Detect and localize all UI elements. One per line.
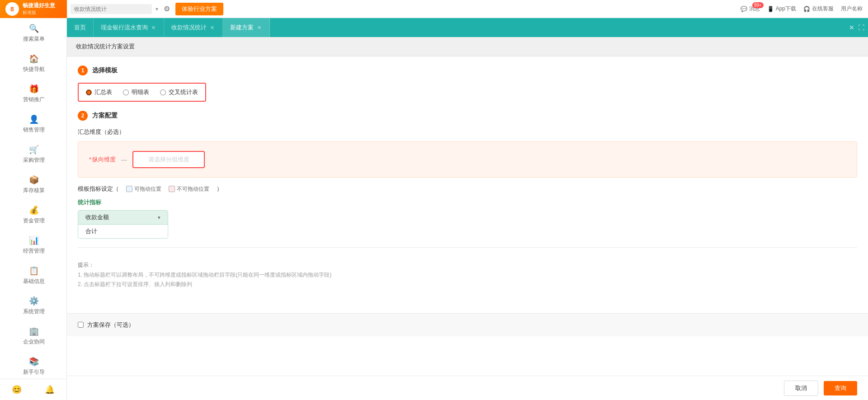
step1-number: 1 <box>78 66 88 75</box>
summary-dimension-label: 汇总维度（必选） <box>78 128 857 136</box>
tab-receipt-stats-close[interactable]: ✕ <box>209 24 215 32</box>
main-layout: 🔍 搜索菜单 🏠 快捷导航 🎁 营销推广 👤 销售管理 🛒 采购管理 📦 <box>0 18 868 400</box>
tab-bank-flow[interactable]: 现金银行流水查询 ✕ <box>94 18 164 37</box>
radio-summary-input[interactable] <box>86 89 92 95</box>
metrics-header-close: ） <box>217 185 222 193</box>
sidebar-label-newbie: 新手引导 <box>23 368 45 376</box>
sidebar-label-base-info: 基础信息 <box>23 278 45 285</box>
online-support-label: 在线客服 <box>812 5 834 13</box>
metrics-col-dropdown-icon[interactable]: ▾ <box>158 215 160 221</box>
radio-cross-input[interactable] <box>160 89 166 95</box>
divider <box>78 247 857 248</box>
tab-receipt-stats[interactable]: 收款情况统计 ✕ <box>164 18 223 37</box>
tab-bank-flow-close[interactable]: ✕ <box>151 24 156 32</box>
tab-maximize-button[interactable]: ⛶ <box>858 24 864 31</box>
radio-detail-label: 明细表 <box>132 88 149 96</box>
metrics-col-header[interactable]: 收款金额 ▾ <box>78 211 168 225</box>
tips-section: 提示： 1. 拖动标题栏可以调整布局，不可跨维度或指标区域拖动栏目字段(只能在同… <box>78 255 857 295</box>
template-select-box: 汇总表 明细表 交叉统计表 <box>78 83 206 102</box>
metrics-col-name: 收款金额 <box>85 213 109 221</box>
sidebar-label-sales: 销售管理 <box>23 126 45 134</box>
sidebar-label-marketing: 营销推广 <box>23 96 45 104</box>
cancel-button[interactable]: 取消 <box>784 381 818 396</box>
step2-header: 2 方案配置 <box>78 111 857 121</box>
radio-detail-input[interactable] <box>123 89 129 95</box>
tips-title: 提示： <box>78 262 94 268</box>
tab-receipt-stats-label: 收款情况统计 <box>171 24 207 32</box>
sidebar-bottom: 😊 🔔 <box>0 379 66 400</box>
sidebar-label-quick-nav: 快捷导航 <box>23 66 45 73</box>
sidebar-item-quick-nav[interactable]: 🏠 快捷导航 <box>0 48 66 79</box>
not-draggable-label: 不可拖动位置 <box>177 185 209 193</box>
tip2: 2. 点击标题栏下拉可设置排序、插入列和删除列 <box>78 280 857 290</box>
bottom-section: 方案保存（可选） <box>67 313 868 336</box>
metrics-header-label: 模板指标设定（ <box>78 185 119 193</box>
radio-summary-label: 汇总表 <box>94 88 112 96</box>
tab-new-plan-label: 新建方案 <box>230 24 254 32</box>
tab-close-window-button[interactable]: ✕ <box>849 24 854 31</box>
logo-version: 标准版 <box>23 9 55 16</box>
tab-bank-flow-label: 现金银行流水查询 <box>101 24 148 32</box>
sidebar-item-enterprise[interactable]: 🏢 企业协同 <box>0 321 66 351</box>
sidebar-bottom-icon1[interactable]: 😊 <box>12 385 22 395</box>
save-label: 方案保存（可选） <box>87 321 134 329</box>
step2-number: 2 <box>78 111 88 121</box>
no-drag-icon <box>169 186 175 192</box>
app-download-label: App下载 <box>776 5 796 13</box>
sidebar-item-operations[interactable]: 📊 经营管理 <box>0 230 66 260</box>
sidebar-item-marketing[interactable]: 🎁 营销推广 <box>0 79 66 109</box>
sidebar-bottom-icon2[interactable]: 🔔 <box>45 385 55 395</box>
dimension-placeholder[interactable]: 请选择分组维度 <box>132 151 205 168</box>
sidebar-item-finance[interactable]: 💰 资金管理 <box>0 200 66 230</box>
sidebar-label-system: 系统管理 <box>23 308 45 315</box>
save-checkbox[interactable] <box>78 322 84 328</box>
sidebar-label-operations: 经营管理 <box>23 247 45 255</box>
page-inner: 收款情况统计方案设置 1 选择模板 汇总表 <box>67 37 868 376</box>
box-icon: 📦 <box>29 175 39 185</box>
query-button[interactable]: 查询 <box>824 381 857 395</box>
sidebar-label-finance: 资金管理 <box>23 217 45 225</box>
metrics-section: 模板指标设定（ 可拖动位置 不可拖动位置 ） <box>78 185 857 240</box>
tab-bar: 首页 现金银行流水查询 ✕ 收款情况统计 ✕ 新建方案 ✕ ✕ ⛶ <box>67 18 868 37</box>
breadcrumb-input[interactable] <box>71 4 152 14</box>
sidebar-item-system[interactable]: ⚙️ 系统管理 <box>0 291 66 321</box>
radio-cross[interactable]: 交叉统计表 <box>160 88 198 96</box>
page-title: 收款情况统计方案设置 <box>76 43 135 50</box>
industry-plan-button[interactable]: 体验行业方案 <box>175 3 223 15</box>
sidebar-item-newbie[interactable]: 📚 新手引导 <box>0 351 66 379</box>
header-right: 💬 消息 99+ 📱 App下载 🎧 在线客服 用户名称 <box>741 5 863 13</box>
sidebar-label-enterprise: 企业协同 <box>23 338 45 346</box>
sidebar-nav: 🔍 搜索菜单 🏠 快捷导航 🎁 营销推广 👤 销售管理 🛒 采购管理 📦 <box>0 18 66 379</box>
user-name: 用户名称 <box>841 5 863 13</box>
cart-icon: 🛒 <box>29 145 39 155</box>
tab-home[interactable]: 首页 <box>67 18 94 37</box>
logo-text-area: 畅捷通好生意 标准版 <box>23 2 55 16</box>
settings-button[interactable]: ⚙ <box>162 3 172 15</box>
sidebar-item-base-info[interactable]: 📋 基础信息 <box>0 260 66 291</box>
footer-actions: 取消 查询 <box>67 376 868 400</box>
header-left: 8 畅捷通好生意 标准版 ▾ ⚙ 体验行业方案 <box>5 0 741 18</box>
metrics-label: 统计指标 <box>78 198 857 207</box>
sidebar-item-sales[interactable]: 👤 销售管理 <box>0 109 66 139</box>
tab-new-plan-close[interactable]: ✕ <box>256 24 262 32</box>
money-icon: 💰 <box>29 205 39 215</box>
sidebar-item-purchase[interactable]: 🛒 采购管理 <box>0 139 66 169</box>
sidebar: 🔍 搜索菜单 🏠 快捷导航 🎁 营销推广 👤 销售管理 🛒 采购管理 📦 <box>0 18 67 400</box>
app-download-area[interactable]: 📱 App下载 <box>767 5 796 13</box>
online-support-area[interactable]: 🎧 在线客服 <box>803 5 834 13</box>
notification-area[interactable]: 💬 消息 99+ <box>741 5 760 13</box>
dimension-row: 纵向维度 — 请选择分组维度 <box>89 151 846 168</box>
breadcrumb-dropdown-icon[interactable]: ▾ <box>156 6 158 12</box>
dimension-area: 纵向维度 — 请选择分组维度 <box>78 141 857 178</box>
book-icon: 📚 <box>29 357 39 367</box>
sidebar-label-purchase: 采购管理 <box>23 156 45 164</box>
page-content: 收款情况统计方案设置 1 选择模板 汇总表 <box>67 37 868 376</box>
sidebar-item-search-menu[interactable]: 🔍 搜索菜单 <box>0 18 66 48</box>
building-icon: 🏢 <box>29 326 39 336</box>
radio-detail[interactable]: 明细表 <box>123 88 149 96</box>
sidebar-item-inventory[interactable]: 📦 库存核算 <box>0 169 66 200</box>
gear-icon: ⚙️ <box>29 296 39 306</box>
search-icon: 🔍 <box>29 24 39 33</box>
radio-summary[interactable]: 汇总表 <box>86 88 112 96</box>
tab-new-plan[interactable]: 新建方案 ✕ <box>223 18 270 37</box>
